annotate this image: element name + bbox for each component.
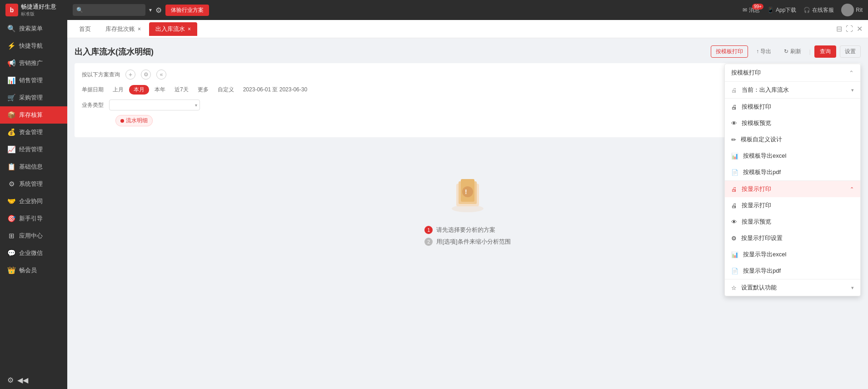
filter-settings-btn[interactable]: ⚙ (141, 70, 151, 80)
business-select[interactable] (109, 100, 200, 110)
topbar-right: ✉ 消息 99+ 📱 App下载 🎧 在线客服 Rit (743, 4, 863, 16)
industry-btn[interactable]: 体验行业方案 (165, 5, 209, 16)
print-icon-1: 🖨 (731, 104, 737, 110)
dropdown-header: 按模板打印 ⌃ (725, 64, 860, 82)
sidebar-item-guide[interactable]: 🎯 新手引导 (0, 210, 67, 227)
settings-bottom-icon[interactable]: ⚙ (7, 376, 14, 384)
tab-batch[interactable]: 库存批次账 × (99, 22, 147, 36)
export-btn[interactable]: ↑ 导出 (752, 46, 776, 57)
tab-flow[interactable]: 出入库流水 × (149, 22, 197, 36)
sidebar-item-finance[interactable]: 💰 资金管理 (0, 124, 67, 141)
sidebar-item-member[interactable]: 👑 畅会员 (0, 262, 67, 279)
refresh-btn[interactable]: ↻ 刷新 (779, 46, 805, 57)
sidebar-item-wechat[interactable]: 💬 企业微信 (0, 244, 67, 262)
excel-icon-2: 📊 (731, 251, 738, 258)
sidebar-label-quicknav: 快捷导航 (19, 42, 43, 50)
step1-text: 请先选择要分析的方案 (436, 226, 495, 234)
filter-add-btn[interactable]: + (125, 70, 135, 80)
dropdown-template-excel[interactable]: 📊 按模板导出excel (725, 148, 860, 164)
sidebar-label-operation: 经营管理 (19, 145, 43, 154)
logo-area: b 畅捷通好生意 标准版 (5, 3, 69, 17)
filter-label: 按以下方案查询 (82, 71, 120, 79)
template-print-label: 按模板打印 (742, 103, 771, 111)
sidebar-item-basic[interactable]: 📋 基础信息 (0, 158, 67, 175)
app-download-label: App下载 (776, 6, 796, 14)
sidebar-item-inventory[interactable]: 📦 库存核算 (0, 106, 67, 124)
set-default-label: 设置默认功能 (741, 284, 777, 292)
dropdown-display-excel[interactable]: 📊 按显示导出excel (725, 246, 860, 263)
print-template-btn[interactable]: 按模板打印 (711, 45, 748, 58)
empty-step-1: 1 请先选择要分析的方案 (424, 226, 510, 234)
query-btn[interactable]: 查询 (814, 45, 836, 58)
tab-expand-icon[interactable]: ⛶ (846, 25, 853, 33)
tab-batch-close[interactable]: × (138, 26, 141, 32)
tab-flow-close[interactable]: × (188, 26, 191, 32)
online-service-item[interactable]: 🎧 在线客服 (803, 6, 834, 14)
sidebar-item-purchase[interactable]: 🛒 采购管理 (0, 89, 67, 106)
date-tab-this-year[interactable]: 本年 (151, 85, 169, 95)
clipboard-icon: 📋 (7, 163, 15, 171)
sidebar-label-purchase: 采购管理 (19, 94, 43, 102)
date-tab-more[interactable]: 更多 (194, 85, 212, 95)
sidebar-item-sales[interactable]: 📊 销售管理 (0, 72, 67, 89)
sidebar-item-appcenter[interactable]: ⊞ 应用中心 (0, 227, 67, 244)
dropdown-current[interactable]: 🖨 当前：出入库流水 ▾ (725, 82, 860, 98)
tab-flow-label: 出入库流水 (155, 25, 185, 33)
dropdown-display-preview[interactable]: 👁 按显示预览 (725, 214, 860, 230)
app-name: 畅捷通好生意 (21, 3, 56, 11)
topbar-dropdown-arrow[interactable]: ▾ (149, 7, 152, 13)
sidebar: 🔍 搜索菜单 ⚡ 快捷导航 📢 营销推广 📊 销售管理 🛒 采购管理 📦 库存核… (0, 20, 67, 389)
tab-home[interactable]: 首页 (73, 22, 97, 36)
topbar-search-box[interactable]: 🔍 (73, 4, 145, 16)
headset-icon: 🎧 (803, 7, 810, 13)
dropdown-display-print-header[interactable]: 🖨 按显示打印 ⌃ (725, 181, 860, 197)
date-tab-this-month[interactable]: 本月 (129, 85, 149, 95)
sidebar-item-search[interactable]: 🔍 搜索菜单 (0, 20, 67, 37)
flow-tag-text: 流水明细 (126, 117, 148, 125)
dropdown-template-preview[interactable]: 👁 按模板预览 (725, 115, 860, 131)
business-select-wrap[interactable] (109, 100, 200, 110)
handshake-icon: 🤝 (7, 197, 15, 205)
sidebar-item-system[interactable]: ⚙ 系统管理 (0, 175, 67, 193)
dropdown-chevron-up[interactable]: ⌃ (849, 70, 854, 76)
app-download-item[interactable]: 📱 App下载 (767, 6, 796, 14)
date-tabs: 上月 本月 本年 近7天 更多 自定义 2023-06-01 至 2023-06… (109, 85, 307, 95)
tab-close-all-icon[interactable]: ✕ (857, 25, 863, 33)
dropdown-template-custom[interactable]: ✏ 模板自定义设计 (725, 131, 860, 148)
date-tab-last-month[interactable]: 上月 (109, 85, 127, 95)
date-tab-last7[interactable]: 近7天 (171, 85, 192, 95)
business-label: 业务类型 (82, 101, 104, 109)
search-text: 🔍 (76, 7, 83, 13)
main-layout: 🔍 搜索菜单 ⚡ 快捷导航 📢 营销推广 📊 销售管理 🛒 采购管理 📦 库存核… (0, 20, 868, 389)
dropdown-template-print[interactable]: 🖨 按模板打印 (725, 99, 860, 115)
dropdown-display-pdf[interactable]: 📄 按显示导出pdf (725, 263, 860, 279)
settings-btn[interactable]: 设置 (840, 45, 861, 58)
sidebar-label-appcenter: 应用中心 (19, 232, 43, 240)
dropdown-template-pdf[interactable]: 📄 按模板导出pdf (725, 164, 860, 180)
sidebar-label-finance: 资金管理 (19, 128, 43, 136)
message-item[interactable]: ✉ 消息 99+ (743, 6, 760, 14)
filter-collapse-btn[interactable]: « (156, 70, 166, 80)
display-excel-label: 按显示导出excel (743, 250, 786, 259)
flow-tag[interactable]: 流水明细 (115, 115, 153, 126)
dropdown-display-print[interactable]: 🖨 按显示打印 (725, 197, 860, 214)
user-item[interactable]: Rit (841, 4, 863, 16)
sidebar-item-marketing[interactable]: 📢 营销推广 (0, 55, 67, 72)
dropdown-set-default[interactable]: ☆ 设置默认功能 ▾ (725, 279, 860, 296)
sidebar-item-quicknav[interactable]: ⚡ 快捷导航 (0, 37, 67, 55)
empty-steps: 1 请先选择要分析的方案 2 用[选项]条件来缩小分析范围 (424, 226, 510, 249)
sidebar-item-enterprise[interactable]: 🤝 企业协同 (0, 193, 67, 210)
dropdown-display-settings[interactable]: ⚙ 按显示打印设置 (725, 230, 860, 246)
tab-minimize-icon[interactable]: ⊟ (836, 25, 842, 33)
template-custom-label: 模板自定义设计 (741, 135, 782, 144)
date-tab-custom[interactable]: 自定义 (214, 85, 238, 95)
sidebar-item-operation[interactable]: 📈 经营管理 (0, 141, 67, 158)
settings-icon-display: ⚙ (731, 235, 737, 242)
step2-num: 2 (424, 238, 433, 246)
sidebar-label-marketing: 营销推广 (19, 59, 43, 67)
target-icon: 🎯 (7, 214, 15, 223)
display-print-label: 按显示打印 (742, 201, 771, 209)
topbar-gear-icon[interactable]: ⚙ (155, 6, 162, 15)
tab-home-label: 首页 (79, 25, 91, 33)
collapse-sidebar-icon[interactable]: ◀◀ (17, 376, 28, 384)
